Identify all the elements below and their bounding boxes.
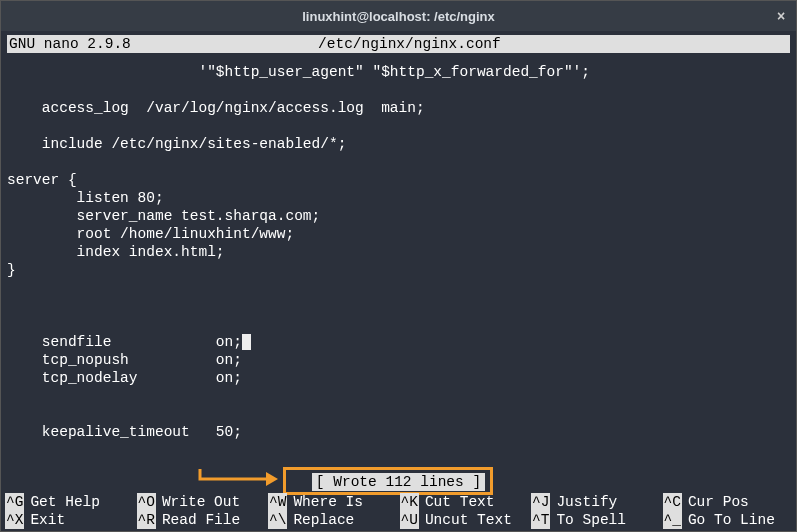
text-cursor (242, 334, 251, 350)
shortcut-key-go-to-line[interactable]: ^_ (663, 511, 682, 529)
shortcut-label-read-file: Read File (158, 511, 266, 529)
terminal-window: linuxhint@localhost: /etc/nginx × GNU na… (0, 0, 797, 532)
shortcut-label-replace: Replace (289, 511, 397, 529)
shortcut-key-cut-text[interactable]: ^K (400, 493, 419, 511)
shortcut-label-where-is: Where Is (289, 493, 397, 511)
status-line: [ Wrote 112 lines ] (1, 473, 796, 491)
shortcut-label-write-out: Write Out (158, 493, 266, 511)
code-line: index index.html; (7, 244, 225, 260)
code-line: listen 80; (7, 190, 164, 206)
code-line: root /home/linuxhint/www; (7, 226, 294, 242)
shortcut-key-replace[interactable]: ^\ (268, 511, 287, 529)
shortcut-label-cur-pos: Cur Pos (684, 493, 792, 511)
close-icon[interactable]: × (774, 9, 788, 23)
window-titlebar: linuxhint@localhost: /etc/nginx × (1, 1, 796, 31)
editor-content[interactable]: '"$http_user_agent" "$http_x_forwarded_f… (7, 63, 790, 441)
shortcut-key-to-spell[interactable]: ^T (531, 511, 550, 529)
shortcut-key-get-help[interactable]: ^G (5, 493, 24, 511)
shortcut-key-write-out[interactable]: ^O (137, 493, 156, 511)
nano-header-bar: GNU nano 2.9.8 /etc/nginx/nginx.conf (7, 35, 790, 53)
shortcut-label-exit: Exit (26, 511, 134, 529)
code-line: } (7, 262, 16, 278)
shortcut-key-where-is[interactable]: ^W (268, 493, 287, 511)
code-line: keepalive_timeout 50; (7, 424, 242, 440)
code-line: tcp_nopush on; (7, 352, 242, 368)
shortcut-label-cut-text: Cut Text (421, 493, 529, 511)
code-line: '"$http_user_agent" "$http_x_forwarded_f… (7, 64, 590, 80)
shortcut-key-justify[interactable]: ^J (531, 493, 550, 511)
code-line: access_log /var/log/nginx/access.log mai… (7, 100, 425, 116)
code-line: server { (7, 172, 77, 188)
code-line: tcp_nodelay on; (7, 370, 242, 386)
shortcut-key-cur-pos[interactable]: ^C (663, 493, 682, 511)
code-line: sendfile on; (7, 334, 242, 350)
status-badge: [ Wrote 112 lines ] (312, 473, 485, 491)
terminal-body[interactable]: GNU nano 2.9.8 /etc/nginx/nginx.conf '"$… (1, 31, 796, 531)
shortcut-label-justify: Justify (552, 493, 660, 511)
shortcut-label-to-spell: To Spell (552, 511, 660, 529)
shortcut-label-go-to-line: Go To Line (684, 511, 792, 529)
shortcut-bar: ^G Get Help ^O Write Out ^W Where Is ^K … (5, 493, 792, 529)
nano-file-path: /etc/nginx/nginx.conf (131, 35, 788, 53)
shortcut-label-get-help: Get Help (26, 493, 134, 511)
shortcut-key-exit[interactable]: ^X (5, 511, 24, 529)
shortcut-key-read-file[interactable]: ^R (137, 511, 156, 529)
window-title: linuxhint@localhost: /etc/nginx (302, 9, 495, 24)
code-line: server_name test.sharqa.com; (7, 208, 320, 224)
nano-version-label: GNU nano 2.9.8 (9, 35, 131, 53)
shortcut-key-uncut-text[interactable]: ^U (400, 511, 419, 529)
code-line: include /etc/nginx/sites-enabled/*; (7, 136, 346, 152)
shortcut-label-uncut-text: Uncut Text (421, 511, 529, 529)
